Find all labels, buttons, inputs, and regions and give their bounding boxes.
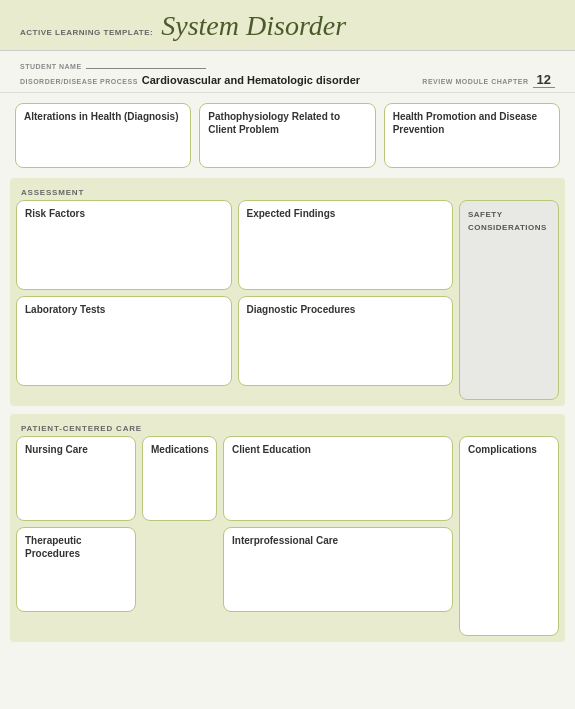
health-promotion-box: Health Promotion and Disease Prevention [384, 103, 560, 168]
pcc-section: PATIENT-CENTERED CARE Nursing Care Medic… [0, 414, 575, 650]
risk-factors-box: Risk Factors [16, 200, 232, 290]
medications-label: Medications [151, 444, 209, 455]
interprofessional-care-label: Interprofessional Care [232, 535, 338, 546]
expected-findings-box: Expected Findings [238, 200, 454, 290]
chapter-number: 12 [533, 72, 555, 88]
assessment-layout: Risk Factors Expected Findings Laborator… [16, 200, 559, 400]
safety-side: SAFETY CONSIDERATIONS [459, 200, 559, 400]
complications-side: Complications [459, 436, 559, 636]
diagnostic-procedures-label: Diagnostic Procedures [247, 304, 356, 315]
student-name-field[interactable] [86, 57, 206, 69]
alterations-box: Alterations in Health (Diagnosis) [15, 103, 191, 168]
top-boxes-section: Alterations in Health (Diagnosis) Pathop… [0, 93, 575, 178]
pcc-header: PATIENT-CENTERED CARE [16, 420, 559, 436]
safety-label: SAFETY CONSIDERATIONS [468, 210, 547, 232]
laboratory-tests-label: Laboratory Tests [25, 304, 105, 315]
nursing-care-label: Nursing Care [25, 444, 88, 455]
pcc-row-1: Nursing Care Medications Client Educatio… [16, 436, 453, 521]
expected-findings-label: Expected Findings [247, 208, 336, 219]
assessment-bg: ASSESSMENT Risk Factors Expected Finding… [10, 178, 565, 406]
complications-box: Complications [459, 436, 559, 636]
assessment-header: ASSESSMENT [16, 184, 559, 200]
alterations-label: Alterations in Health (Diagnosis) [24, 111, 178, 122]
interprofessional-care-box: Interprofessional Care [223, 527, 453, 612]
complications-label: Complications [468, 444, 537, 455]
assessment-row-2: Laboratory Tests Diagnostic Procedures [16, 296, 453, 386]
therapeutic-procedures-box: Therapeutic Procedures [16, 527, 136, 612]
pcc-main: Nursing Care Medications Client Educatio… [16, 436, 453, 636]
pcc-row-2: Therapeutic Procedures Interprofessional… [16, 527, 453, 612]
student-info: STUDENT NAME DISORDER/DISEASE PROCESS Ca… [0, 51, 575, 93]
pathophysiology-box: Pathophysiology Related to Client Proble… [199, 103, 375, 168]
risk-factors-label: Risk Factors [25, 208, 85, 219]
assessment-row-1: Risk Factors Expected Findings [16, 200, 453, 290]
assessment-section: ASSESSMENT Risk Factors Expected Finding… [0, 178, 575, 414]
nursing-care-box: Nursing Care [16, 436, 136, 521]
client-education-box: Client Education [223, 436, 453, 521]
pcc-layout: Nursing Care Medications Client Educatio… [16, 436, 559, 636]
review-module: REVIEW MODULE CHAPTER 12 [422, 72, 555, 88]
safety-considerations-box: SAFETY CONSIDERATIONS [459, 200, 559, 400]
client-education-label: Client Education [232, 444, 311, 455]
disorder-label: DISORDER/DISEASE PROCESS [20, 78, 138, 85]
header: ACTIVE LEARNING TEMPLATE: System Disorde… [0, 0, 575, 51]
student-name-label: STUDENT NAME [20, 63, 82, 70]
health-promotion-label: Health Promotion and Disease Prevention [393, 111, 537, 135]
laboratory-tests-box: Laboratory Tests [16, 296, 232, 386]
disorder-value: Cardiovascular and Hematologic disorder [142, 74, 360, 86]
pathophysiology-label: Pathophysiology Related to Client Proble… [208, 111, 340, 135]
review-label: REVIEW MODULE CHAPTER [422, 78, 528, 85]
medications-box: Medications [142, 436, 217, 521]
page-title: System Disorder [161, 10, 346, 42]
active-learning-label: ACTIVE LEARNING TEMPLATE: [20, 28, 153, 37]
assessment-main: Risk Factors Expected Findings Laborator… [16, 200, 453, 400]
pcc-bg: PATIENT-CENTERED CARE Nursing Care Medic… [10, 414, 565, 642]
pcc-gap [142, 527, 217, 612]
therapeutic-procedures-label: Therapeutic Procedures [25, 535, 82, 559]
page: ACTIVE LEARNING TEMPLATE: System Disorde… [0, 0, 575, 709]
diagnostic-procedures-box: Diagnostic Procedures [238, 296, 454, 386]
